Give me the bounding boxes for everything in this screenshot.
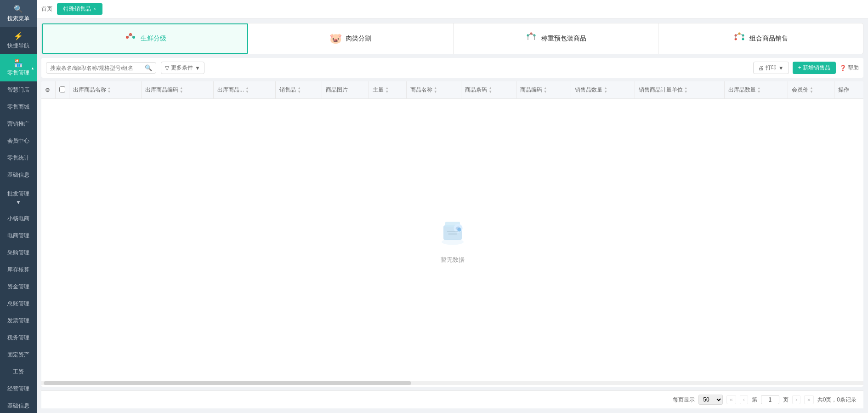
per-page-select[interactable]: 10 20 50 100 — [698, 395, 723, 405]
sort-arrows-sales-qty[interactable]: ▲▼ — [604, 86, 607, 94]
sidebar-item-retail-mall[interactable]: 零售商城 — [0, 98, 37, 115]
tab-combo-sales[interactable]: 组合商品销售 — [658, 23, 863, 54]
sort-arrows-product-name[interactable]: ▲▼ — [434, 86, 437, 94]
sort-arrows-sales-item[interactable]: ▲▼ — [297, 86, 301, 94]
tab-fresh-grade-label: 生鲜分级 — [141, 34, 166, 43]
last-page-button[interactable]: » — [804, 395, 814, 404]
sidebar-item-label: 小畅电商 — [7, 215, 29, 223]
sort-arrows-barcode[interactable]: ▲▼ — [488, 86, 492, 94]
tab-combo-sales-label: 组合商品销售 — [749, 34, 788, 43]
sidebar-item-fixed-assets[interactable]: 固定资产 — [0, 346, 37, 363]
next-page-button[interactable]: › — [792, 395, 800, 404]
th-product-code[interactable]: 商品编码 ▲▼ — [516, 81, 571, 99]
sort-arrows-outlet-name[interactable]: ▲▼ — [108, 86, 111, 94]
filter-button[interactable]: ▽ 更多条件 ▼ — [161, 62, 204, 74]
col-member-price-label: 会员价 — [792, 86, 808, 94]
prev-page-button[interactable]: ‹ — [740, 395, 748, 404]
sidebar-item-retail-mgmt[interactable]: 🏪 零售管理 — [0, 54, 37, 81]
sidebar-item-label: 零售管理 — [7, 69, 29, 77]
sidebar-item-basic-info[interactable]: 基础信息 — [0, 166, 37, 184]
tab-fresh-grade[interactable]: 生鲜分级 — [42, 23, 248, 54]
sidebar-item-ecomm-mgmt[interactable]: 电商管理 — [0, 227, 37, 244]
search-input[interactable] — [50, 65, 142, 71]
sort-arrows-outlet-code[interactable]: ▲▼ — [180, 86, 183, 94]
th-barcode[interactable]: 商品条码 ▲▼ — [461, 81, 516, 99]
th-sales-unit[interactable]: 销售商品计量单位 ▲▼ — [635, 81, 724, 99]
active-tab[interactable]: 特殊销售品 × — [57, 3, 102, 15]
sidebar-item-quick-nav[interactable]: ⚡ 快捷导航 — [0, 27, 37, 54]
scroll-thumb[interactable] — [44, 381, 411, 385]
sidebar-item-label: 工资 — [13, 368, 24, 376]
sidebar-item-salary[interactable]: 工资 — [0, 363, 37, 380]
sidebar-item-label: 税务管理 — [7, 334, 29, 342]
sort-arrows-sales-unit[interactable]: ▲▼ — [684, 86, 688, 94]
empty-illustration — [434, 214, 471, 251]
th-outlet-code[interactable]: 出库商品编码 ▲▼ — [141, 81, 213, 99]
col-sales-unit-label: 销售商品计量单位 — [639, 86, 683, 94]
sidebar-item-mini-ecomm[interactable]: 小畅电商 — [0, 210, 37, 227]
tab-weight-prepack[interactable]: 称重预包装商品 — [454, 23, 658, 54]
sidebar: 🔍 搜索菜单 ⚡ 快捷导航 🏪 零售管理 智慧门店 零售商城 营销推广 会员中心… — [0, 0, 37, 413]
th-sales-item[interactable]: 销售品 ▲▼ — [276, 81, 322, 99]
sidebar-item-tax-mgmt[interactable]: 税务管理 — [0, 329, 37, 346]
sidebar-item-general-ledger[interactable]: 总账管理 — [0, 295, 37, 312]
sidebar-item-sales-promo[interactable]: 营销推广 — [0, 115, 37, 132]
col-outlet-type-label: 出库商品... — [217, 86, 244, 94]
search-icon: 🔍 — [14, 5, 23, 13]
th-weight[interactable]: 主量 ▲▼ — [369, 81, 407, 99]
th-outlet-type[interactable]: 出库商品... ▲▼ — [214, 81, 276, 99]
th-outlet-name[interactable]: 出库商品名称 ▲▼ — [69, 81, 141, 99]
th-outlet-qty[interactable]: 出库品数量 ▲▼ — [724, 81, 788, 99]
sort-arrows-outlet-qty[interactable]: ▲▼ — [757, 86, 761, 94]
close-tab-icon[interactable]: × — [93, 6, 96, 11]
th-checkbox[interactable] — [55, 81, 69, 99]
th-product-name[interactable]: 商品名称 ▲▼ — [406, 81, 461, 99]
store-icon: 🏪 — [14, 59, 23, 68]
col-product-code-label: 商品编码 — [520, 86, 542, 94]
total-records-label: 共0页，0条记录 — [817, 396, 857, 404]
add-button[interactable]: + 新增销售品 — [793, 62, 836, 74]
sidebar-item-finance[interactable]: 资金管理 — [0, 278, 37, 295]
search-icon[interactable]: 🔍 — [145, 64, 152, 71]
sidebar-item-purchase-mgmt[interactable]: 采购管理 — [0, 244, 37, 261]
sort-arrows-outlet-type[interactable]: ▲▼ — [245, 86, 249, 94]
sort-arrows-weight[interactable]: ▲▼ — [385, 86, 389, 94]
sidebar-item-ops-mgmt[interactable]: 经营管理 — [0, 380, 37, 397]
select-all-checkbox[interactable] — [59, 86, 65, 92]
th-settings[interactable]: ⚙ — [41, 81, 55, 99]
sidebar-item-smart-store[interactable]: 智慧门店 — [0, 81, 37, 98]
data-table: ⚙ 出库商品名称 ▲▼ 出库 — [41, 81, 863, 99]
sidebar-item-search[interactable]: 🔍 搜索菜单 — [0, 0, 37, 27]
sidebar-item-invoice-mgmt[interactable]: 发票管理 — [0, 312, 37, 329]
first-page-button[interactable]: « — [726, 395, 736, 404]
sidebar-item-label: 电商管理 — [7, 232, 29, 240]
help-button[interactable]: ❓ 帮助 — [840, 64, 859, 72]
settings-col-icon: ⚙ — [45, 87, 50, 93]
print-button[interactable]: 🖨 打印 ▼ — [753, 62, 789, 74]
th-sales-qty[interactable]: 销售品数量 ▲▼ — [571, 81, 635, 99]
topbar: 首页 特殊销售品 × — [37, 0, 868, 18]
sidebar-item-label: 经营管理 — [7, 385, 29, 393]
sort-arrows-product-code[interactable]: ▲▼ — [544, 86, 547, 94]
print-icon: 🖨 — [758, 65, 764, 71]
sidebar-item-wholesale-mgmt[interactable]: 批发管理 — [0, 185, 37, 210]
weight-prepack-icon — [525, 31, 538, 46]
col-outlet-name-label: 出库商品名称 — [73, 86, 106, 94]
sort-arrows-member-price[interactable]: ▲▼ — [810, 86, 813, 94]
horizontal-scrollbar[interactable] — [41, 381, 863, 385]
sidebar-item-label: 总账管理 — [7, 300, 29, 308]
sidebar-item-member-center[interactable]: 会员中心 — [0, 132, 37, 149]
th-member-price[interactable]: 会员价 ▲▼ — [788, 81, 834, 99]
search-box[interactable]: 🔍 — [46, 62, 156, 74]
sidebar-item-basic-info2[interactable]: 基础信息 — [0, 397, 37, 413]
sidebar-item-inventory[interactable]: 库存核算 — [0, 261, 37, 278]
tab-meat-cut[interactable]: 🐷 肉类分割 — [248, 23, 453, 54]
fresh-grade-icon — [124, 31, 137, 46]
sidebar-item-label: 基础信息 — [7, 171, 29, 179]
toolbar-left: 🔍 ▽ 更多条件 ▼ — [46, 62, 204, 74]
home-link[interactable]: 首页 — [41, 5, 52, 13]
sidebar-item-label: 智慧门店 — [7, 86, 29, 94]
page-input[interactable] — [761, 395, 779, 404]
sidebar-item-retail-stats[interactable]: 零售统计 — [0, 149, 37, 166]
page-label: 第 — [752, 396, 757, 404]
